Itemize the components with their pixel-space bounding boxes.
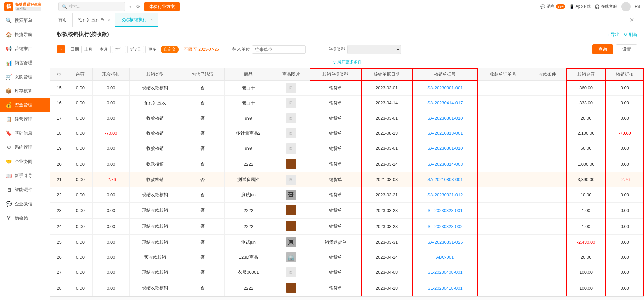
cell-verify-type: 收款核销	[130, 111, 180, 126]
cell-verify-discount: 0.00	[606, 280, 644, 296]
sidebar-item-hardware[interactable]: 🖥 智能硬件	[0, 183, 50, 197]
cell-receipt-condition	[529, 172, 566, 187]
cell-goods: 999	[224, 141, 272, 156]
bill-no-link[interactable]: SA-20230321-012	[427, 192, 463, 197]
cell-include-settled: 否	[180, 126, 224, 141]
cell-cash-discount: -70.00	[92, 126, 130, 141]
tab-bar-right: ✕ ⛶	[630, 17, 641, 23]
total-amount: 40,556,66...	[574, 299, 607, 300]
bill-no-link[interactable]: SA-20230331-026	[427, 240, 463, 245]
cell-receipt-condition	[529, 95, 566, 111]
expand-more-btn[interactable]: ∨ 展开更多条件	[333, 59, 362, 65]
gear-button[interactable]: ⚙	[136, 3, 140, 10]
sidebar-item-finance[interactable]: 💰 资金管理	[0, 98, 50, 112]
sidebar-item-inventory[interactable]: 📦 库存核算	[0, 84, 50, 98]
bill-no-link[interactable]: SA-20230314-008	[427, 162, 463, 167]
tab-prepay[interactable]: 预付冲应付单 ×	[73, 13, 115, 27]
bill-no-link[interactable]: SA-20230301-010	[427, 146, 463, 151]
sidebar-item-wechat[interactable]: 💬 企业微信	[0, 197, 50, 211]
cell-verify-bill-type: 销货单	[310, 95, 361, 111]
sidebar-item-search[interactable]: 🔍 搜索菜单	[0, 13, 50, 28]
online-service-item[interactable]: 🎧 在线客服	[595, 4, 617, 9]
bill-no-link[interactable]: SL-20230408-001	[428, 270, 463, 275]
cell-balance: 0.00	[68, 280, 92, 296]
refresh-button[interactable]: ↻ 刷新	[624, 32, 637, 38]
sidebar-item-operations[interactable]: 📋 经营管理	[0, 112, 50, 126]
cell-include-settled: 否	[180, 80, 224, 95]
bill-no-link[interactable]: SL-20230328-002	[428, 224, 463, 229]
user-avatar[interactable]	[621, 2, 631, 11]
cell-verify-bill-no: SA-20230414-017	[412, 95, 478, 111]
bill-type-filter-group: 单据类型	[328, 45, 401, 54]
sidebar-item-collab[interactable]: 🤝 企业协同	[0, 155, 50, 169]
goods-image-default: 图	[286, 83, 296, 93]
cell-verify-bill-date: 2023-03-28	[361, 218, 413, 234]
source-dots[interactable]: ...	[308, 46, 315, 53]
page-header-actions: ↑ 导出 ↻ 刷新	[607, 32, 638, 38]
dropdown-chevron[interactable]: ▾	[129, 4, 131, 9]
sidebar-item-member[interactable]: V 畅会员	[0, 211, 50, 225]
bill-no-link[interactable]: SL-20230418-001	[428, 286, 463, 291]
tab-verify[interactable]: 收款核销执行 ×	[115, 13, 158, 27]
cell-verify-bill-date: 2023-03-14	[361, 156, 413, 172]
goods-image-default: 图	[286, 128, 296, 138]
date-filter-group: 日期 上月 本月 本年 近7天 更多 自定义	[70, 46, 179, 53]
col-receipt-condition: 收款条件	[529, 68, 566, 80]
tab-verify-close[interactable]: ×	[150, 18, 152, 22]
cell-cash-discount: -2.76	[92, 172, 130, 187]
cell-receipt-condition	[529, 156, 566, 172]
bill-no-link[interactable]: SA-20230301-001	[427, 85, 463, 90]
date-btn-this-year[interactable]: 本年	[112, 46, 126, 53]
cell-verify-type: 收款核销	[130, 141, 180, 156]
date-btn-custom[interactable]: 自定义	[161, 46, 179, 53]
window-close-icon[interactable]: ✕	[630, 17, 634, 23]
filter-toggle-btn[interactable]: »	[57, 45, 65, 53]
sidebar-item-system[interactable]: ⚙ 系统管理	[0, 140, 50, 155]
message-item[interactable]: 💬 消息 99+	[540, 4, 565, 9]
tab-prepay-close[interactable]: ×	[108, 18, 110, 22]
user-name[interactable]: Rit	[635, 4, 640, 9]
sidebar-item-nav[interactable]: 🏠 快捷导航	[0, 28, 50, 42]
cell-balance: 0.00	[68, 141, 92, 156]
sidebar-item-purchase[interactable]: 🛒 采购管理	[0, 70, 50, 84]
bill-no-link[interactable]: SA-20210813-001	[427, 131, 463, 136]
bill-no-link[interactable]: SA-20230301-010	[427, 116, 463, 121]
date-btn-this-month[interactable]: 本月	[97, 46, 111, 53]
date-btn-more[interactable]: 更多	[145, 46, 159, 53]
app-download-item[interactable]: 📱 App下载	[569, 4, 591, 9]
query-button[interactable]: 查询	[592, 44, 613, 54]
search-box[interactable]: 🔍 搜索...	[58, 2, 125, 11]
cell-cash-discount: 0.00	[92, 141, 130, 156]
tab-home[interactable]: 首页	[53, 13, 73, 27]
bill-type-select[interactable]	[347, 45, 401, 54]
cell-verify-bill-type: 销货单	[310, 126, 361, 141]
sidebar-item-guide[interactable]: 📖 新手引导	[0, 169, 50, 183]
cell-verify-type: 现结收款核销	[130, 187, 180, 202]
table-footer: 40,556,66... 952.24	[50, 296, 644, 300]
sidebar-item-marketing[interactable]: 📢 营销推广	[0, 42, 50, 56]
col-settings[interactable]: ⚙	[50, 68, 68, 80]
cell-verify-amount: 333.00	[566, 95, 606, 111]
cell-verify-bill-no: SL-20230328-001	[412, 202, 478, 218]
cell-goods-image: 图	[272, 95, 310, 111]
setting-button[interactable]: 设置	[616, 44, 637, 54]
window-expand-icon[interactable]: ⛶	[637, 17, 641, 23]
bill-no-link[interactable]: ABC-001	[436, 255, 454, 260]
date-btn-7days[interactable]: 近7天	[127, 46, 144, 53]
table-row: 19 0.00 0.00 收款核销 否 999 图 销货单 2023-03-01…	[50, 141, 644, 156]
sidebar-item-sales[interactable]: 📊 销售管理	[0, 56, 50, 70]
cell-include-settled: 否	[180, 187, 224, 202]
bill-no-link[interactable]: SL-20230328-001	[428, 208, 463, 213]
industry-btn[interactable]: 体验行业方案	[144, 2, 180, 11]
source-input[interactable]	[252, 45, 306, 54]
col-receipt-order-no: 收款单订单号	[478, 68, 529, 80]
cell-goods: 多计量商品2	[224, 126, 272, 141]
cell-id: 21	[50, 172, 68, 187]
table-container[interactable]: ⚙ 余额 现金折扣 核销类型 包含已结清 商品 商品图片 核销单据类型 核销单据…	[50, 68, 644, 300]
date-btn-last-month[interactable]: 上月	[81, 46, 95, 53]
cell-receipt-condition	[529, 111, 566, 126]
sidebar-item-basic[interactable]: 🔖 基础信息	[0, 126, 50, 140]
export-button[interactable]: ↑ 导出	[607, 32, 620, 38]
bill-no-link[interactable]: SA-20230414-017	[427, 100, 463, 105]
bill-no-link[interactable]: SA-20210808-001	[427, 177, 463, 182]
